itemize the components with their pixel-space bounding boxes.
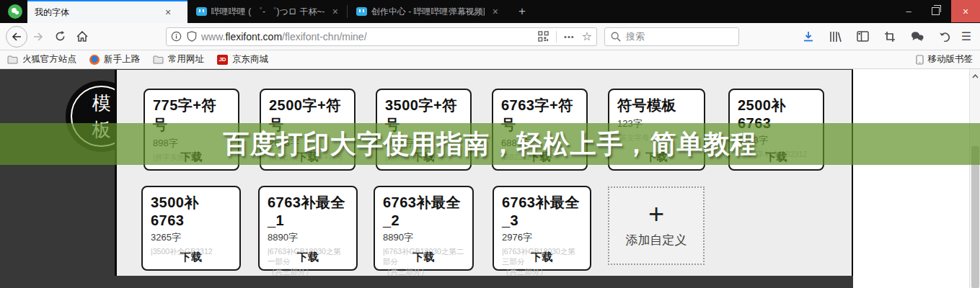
- url-bar[interactable]: www.flexifont.com/flexifont-chn/mine/ ••…: [166, 27, 597, 46]
- restore-icon: [932, 7, 940, 15]
- card-count: 8890字: [383, 231, 464, 244]
- folder-icon: [153, 55, 164, 64]
- tab-bar: 我的字体 × 哔哩哔哩 ( ゜- ゜)つロ 干杯~-bi × 创作中心 - 哔哩…: [0, 0, 980, 23]
- url-path: /flexifont-chn/mine/: [282, 31, 367, 42]
- forward-button[interactable]: [27, 32, 49, 41]
- scrollbar-thumb[interactable]: [971, 146, 979, 288]
- jd-icon: JD: [217, 55, 228, 65]
- page-scrollbar[interactable]: [969, 69, 980, 288]
- template-card[interactable]: 6763补最全_1 8890字 |6763补GB18030之第一部分 （共三部分…: [258, 186, 358, 271]
- tab-close-icon[interactable]: ×: [330, 6, 340, 17]
- tab-creation-center[interactable]: 创作中心 - 哔哩哔哩弹幕视频网 ×: [349, 0, 506, 23]
- url-prefix: www.: [201, 31, 225, 42]
- badge-char: 模: [92, 91, 111, 116]
- hamburger-menu-icon[interactable]: ☰: [961, 30, 971, 43]
- bookmark-label: 新手上路: [104, 53, 140, 66]
- bookmark-label: 移动版书签: [928, 53, 974, 66]
- bilibili-favicon: [196, 7, 207, 16]
- tab-my-fonts[interactable]: 我的字体 ×: [27, 0, 187, 23]
- window-close-button[interactable]: ×: [951, 0, 980, 22]
- folder-icon: [7, 55, 18, 64]
- bookmark-jd-mall[interactable]: JD 京东商城: [217, 53, 268, 66]
- search-input[interactable]: 搜索: [604, 27, 739, 46]
- card-title: 符号模板: [617, 96, 696, 115]
- wechat-app-icon[interactable]: [8, 4, 22, 19]
- search-icon: [611, 32, 621, 42]
- url-text: www.flexifont.com/flexifont-chn/mine/: [201, 31, 538, 42]
- bookmark-label: 火狐官方站点: [22, 53, 76, 66]
- template-card[interactable]: 3500补6763 3265字 |3500补全GB2312 下载: [141, 186, 241, 271]
- tab-title: 哔哩哔哩 ( ゜- ゜)つロ 干杯~-bi: [211, 6, 325, 18]
- new-tab-button[interactable]: +: [513, 3, 531, 20]
- page-actions-icon[interactable]: •••: [564, 32, 575, 41]
- bookmarks-toolbar: 火狐官方站点 新手上路 常用网址 JD 京东商城 移动版书签: [0, 50, 980, 69]
- tab-title: 创作中心 - 哔哩哔哩弹幕视频网: [371, 6, 485, 18]
- tab-close-icon[interactable]: ×: [490, 6, 500, 17]
- scroll-up-arrow-icon[interactable]: [970, 72, 980, 81]
- bookmark-label: 常用网址: [168, 53, 204, 66]
- card-title: 6763补最全_3: [502, 193, 582, 229]
- card-title: 6763补最全_2: [383, 193, 464, 229]
- reload-icon: [55, 31, 66, 42]
- template-card[interactable]: 6763补最全_2 8890字 |6763补GB18030之第二部分 （共三部分…: [374, 186, 474, 271]
- undo-restore-icon[interactable]: [939, 32, 951, 42]
- add-custom-label: 添加自定义: [626, 232, 687, 248]
- download-button[interactable]: 下载: [143, 251, 239, 264]
- bookmark-folder-common-sites[interactable]: 常用网址: [153, 53, 204, 66]
- home-button[interactable]: [71, 31, 94, 42]
- screenshot-crop-icon[interactable]: [884, 31, 896, 42]
- card-count: 8890字: [268, 231, 348, 244]
- bookmark-getting-started[interactable]: 新手上路: [89, 53, 140, 66]
- promo-overlay-banner: 百度打印大字使用指南，轻松上手，简单教程: [0, 123, 980, 165]
- bilibili-favicon: [356, 7, 367, 16]
- tab-bilibili[interactable]: 哔哩哔哩 ( ゜- ゜)つロ 干杯~-bi ×: [189, 0, 346, 23]
- library-icon[interactable]: [829, 31, 842, 42]
- page-info-icon[interactable]: [171, 31, 182, 42]
- url-domain: flexifont.com: [225, 31, 282, 42]
- url-separator: [556, 31, 557, 42]
- tracking-shield-icon[interactable]: [187, 31, 197, 42]
- card-title: 6763补最全_1: [268, 193, 348, 229]
- bookmark-star-icon[interactable]: ☆: [582, 30, 592, 43]
- back-arrow-icon: [12, 32, 22, 41]
- browser-window: 我的字体 × 哔哩哔哩 ( ゜- ゜)つロ 干杯~-bi × 创作中心 - 哔哩…: [0, 0, 980, 288]
- bookmark-label: 京东商城: [232, 53, 268, 66]
- sidebar-toggle-icon[interactable]: [857, 31, 869, 42]
- tab-title: 我的字体: [35, 6, 157, 19]
- template-card[interactable]: 6763补最全_3 2976字 |6763补GB18030之第三部分 （共三部分…: [493, 186, 591, 271]
- card-title: 3500补6763: [151, 193, 231, 229]
- add-custom-template-button[interactable]: + 添加自定义: [608, 186, 705, 265]
- window-maximize-button[interactable]: [923, 0, 948, 22]
- qr-code-icon[interactable]: [538, 31, 549, 42]
- back-button[interactable]: [6, 26, 27, 48]
- download-button[interactable]: 下载: [260, 251, 356, 264]
- tab-separator: [347, 5, 348, 18]
- bookmark-folder-firefox-sites[interactable]: 火狐官方站点: [7, 53, 76, 66]
- mobile-bookmarks[interactable]: 移动版书签: [916, 53, 974, 66]
- card-count: 2976字: [502, 231, 582, 244]
- plus-icon: +: [648, 203, 664, 225]
- promo-overlay-title: 百度打印大字使用指南，轻松上手，简单教程: [224, 127, 757, 162]
- downloads-icon[interactable]: [803, 31, 814, 42]
- download-button[interactable]: 下载: [375, 251, 472, 264]
- home-icon: [76, 31, 88, 42]
- messages-icon[interactable]: [911, 31, 924, 42]
- window-minimize-button[interactable]: –: [896, 0, 921, 22]
- navigation-toolbar: www.flexifont.com/flexifont-chn/mine/ ••…: [0, 23, 980, 50]
- firefox-icon: [89, 55, 100, 65]
- tab-close-icon[interactable]: ×: [163, 7, 173, 17]
- card-count: 3265字: [151, 231, 231, 244]
- chat-bubbles-icon: [11, 7, 19, 16]
- reload-button[interactable]: [49, 31, 71, 42]
- phone-icon: [916, 55, 924, 65]
- download-button[interactable]: 下载: [494, 251, 590, 264]
- search-placeholder: 搜索: [626, 30, 645, 43]
- forward-arrow-icon: [33, 32, 43, 41]
- page-content: 模 板 775字+符号 898字 |拼字实验用字 下载 2500字+符号 262…: [0, 69, 980, 288]
